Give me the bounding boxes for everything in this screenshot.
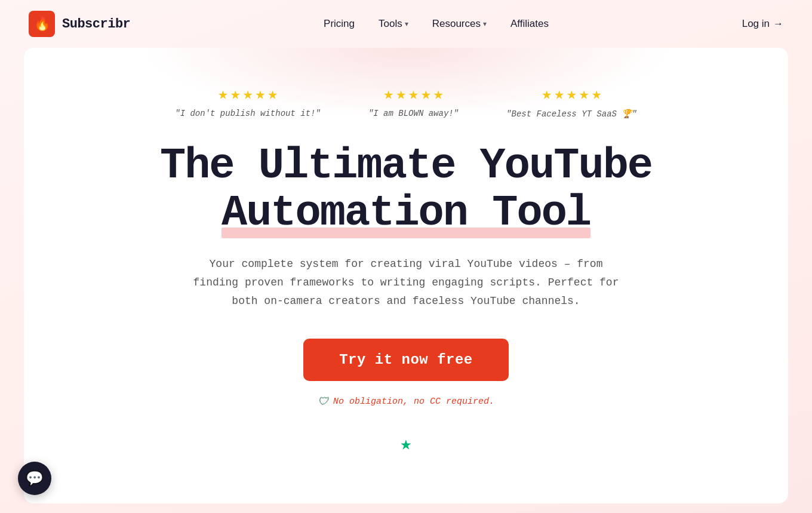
logo[interactable]: 🔥 Subscribr [29, 11, 130, 37]
no-cc-text: No obligation, no CC required. [333, 397, 494, 407]
headline-line2: Automation Tool [222, 190, 590, 237]
review-item-3: ★ ★ ★ ★ ★ "Best Faceless YT SaaS 🏆" [506, 84, 637, 119]
nav-item-tools[interactable]: Tools ▾ [379, 18, 408, 30]
nav-link-affiliates[interactable]: Affiliates [510, 18, 549, 30]
navbar: 🔥 Subscribr Pricing Tools ▾ Resources ▾ … [0, 0, 812, 48]
review-item-1: ★ ★ ★ ★ ★ "I don't publish without it!" [175, 84, 321, 119]
tools-chevron-icon: ▾ [405, 20, 408, 28]
review-quote-3: "Best Faceless YT SaaS 🏆" [506, 109, 637, 119]
shield-icon: 🛡 [318, 395, 328, 408]
hero-section: ★ ★ ★ ★ ★ "I don't publish without it!" … [24, 48, 788, 503]
nav-links: Pricing Tools ▾ Resources ▾ Affiliates [324, 18, 549, 30]
login-link[interactable]: Log in → [742, 18, 783, 30]
resources-chevron-icon: ▾ [483, 20, 487, 28]
stars-1: ★ ★ ★ ★ ★ [218, 84, 278, 104]
headline-line1: The Ultimate YouTube [160, 142, 652, 191]
trustpilot-star-icon: ★ [400, 432, 411, 456]
review-quote-2: "I am BLOWN away!" [368, 109, 459, 118]
stars-3: ★ ★ ★ ★ ★ [542, 84, 601, 104]
nav-link-resources[interactable]: Resources ▾ [432, 18, 487, 30]
nav-item-pricing[interactable]: Pricing [324, 18, 355, 30]
trustpilot-hint: ★ [400, 432, 411, 456]
logo-icon: 🔥 [29, 11, 55, 37]
nav-item-affiliates[interactable]: Affiliates [510, 18, 549, 30]
cta-button[interactable]: Try it now free [303, 339, 509, 381]
chat-bubble-icon: 💬 [26, 470, 44, 487]
stars-2: ★ ★ ★ ★ ★ [383, 84, 443, 104]
nav-item-resources[interactable]: Resources ▾ [432, 18, 487, 30]
nav-link-tools[interactable]: Tools ▾ [379, 18, 408, 30]
reviews-row: ★ ★ ★ ★ ★ "I don't publish without it!" … [175, 84, 637, 119]
chat-bubble-button[interactable]: 💬 [18, 462, 51, 495]
logo-text: Subscribr [62, 17, 130, 32]
nav-link-pricing[interactable]: Pricing [324, 18, 355, 30]
review-quote-1: "I don't publish without it!" [175, 109, 321, 118]
review-item-2: ★ ★ ★ ★ ★ "I am BLOWN away!" [368, 84, 459, 119]
login-arrow-icon: → [773, 18, 783, 30]
hero-headline: The Ultimate YouTube Automation Tool [160, 143, 652, 237]
hero-subtext: Your complete system for creating viral … [185, 255, 627, 310]
no-cc-notice: 🛡 No obligation, no CC required. [318, 395, 494, 408]
